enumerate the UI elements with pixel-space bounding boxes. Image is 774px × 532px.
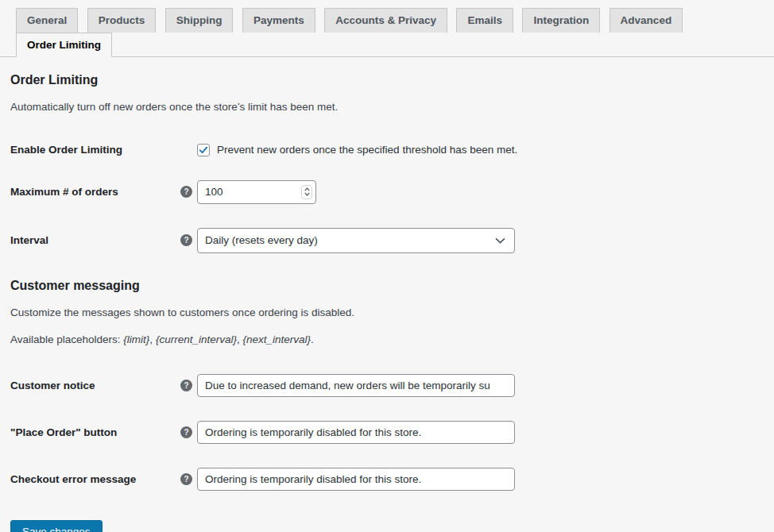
tab-order-limiting[interactable]: Order Limiting xyxy=(16,33,112,58)
checkout-error-input[interactable] xyxy=(197,468,515,491)
chevron-down-icon xyxy=(304,192,310,196)
chevron-up-icon xyxy=(304,187,310,191)
checkmark-icon xyxy=(199,145,208,155)
tab-shipping[interactable]: Shipping xyxy=(165,8,234,33)
place-order-button-input[interactable] xyxy=(197,421,515,444)
interval-row: Interval ? Daily (resets every day) xyxy=(10,228,764,253)
interval-label: Interval xyxy=(10,234,180,246)
help-icon[interactable]: ? xyxy=(180,186,192,198)
customer-notice-row: Customer notice ? xyxy=(10,374,764,397)
customer-messaging-section-title: Customer messaging xyxy=(10,279,764,293)
customer-notice-input[interactable] xyxy=(197,374,515,397)
checkout-error-label: Checkout error message xyxy=(10,473,180,485)
placeholder-limit: {limit} xyxy=(123,333,149,345)
customer-messaging-description: Customize the messages shown to customer… xyxy=(10,305,764,321)
enable-order-limiting-checkbox-label[interactable]: Prevent new orders once the specified th… xyxy=(217,144,517,156)
settings-content: Order Limiting Automatically turn off ne… xyxy=(0,73,774,532)
enable-order-limiting-checkbox[interactable] xyxy=(197,144,210,156)
placeholder-current-interval: {current_interval} xyxy=(156,333,237,345)
placeholders-prefix: Available placeholders: xyxy=(10,333,123,345)
tab-general[interactable]: General xyxy=(16,8,78,33)
place-order-button-row: "Place Order" button ? xyxy=(10,421,764,444)
placeholder-next-interval: {next_interval} xyxy=(242,333,311,345)
tab-advanced[interactable]: Advanced xyxy=(610,8,683,33)
tab-products[interactable]: Products xyxy=(87,8,157,33)
tab-emails[interactable]: Emails xyxy=(456,8,513,33)
enable-order-limiting-label: Enable Order Limiting xyxy=(10,144,180,156)
order-limiting-description: Automatically turn off new orders once t… xyxy=(10,99,764,115)
max-orders-input[interactable] xyxy=(197,180,316,204)
interval-select[interactable]: Daily (resets every day) xyxy=(197,228,515,253)
placeholders-note: Available placeholders: {limit}, {curren… xyxy=(10,332,764,348)
tab-integration[interactable]: Integration xyxy=(522,8,600,33)
placeholders-suffix: . xyxy=(311,333,314,345)
order-limiting-section-title: Order Limiting xyxy=(10,73,764,87)
help-icon[interactable]: ? xyxy=(180,473,192,485)
help-icon[interactable]: ? xyxy=(180,380,192,391)
number-stepper[interactable] xyxy=(301,185,312,199)
settings-tabs: General Products Shipping Payments Accou… xyxy=(0,0,774,57)
tab-accounts-privacy[interactable]: Accounts & Privacy xyxy=(324,8,447,33)
placeholder-separator: , xyxy=(149,333,156,345)
max-orders-label: Maximum # of orders xyxy=(10,186,180,198)
save-changes-button[interactable]: Save changes xyxy=(10,520,103,532)
checkout-error-row: Checkout error message ? xyxy=(10,468,764,491)
enable-order-limiting-row: Enable Order Limiting Prevent new orders… xyxy=(10,144,764,156)
place-order-button-label: "Place Order" button xyxy=(10,426,180,438)
help-icon[interactable]: ? xyxy=(180,426,192,438)
help-icon[interactable]: ? xyxy=(180,234,192,246)
customer-notice-label: Customer notice xyxy=(10,380,180,391)
tab-payments[interactable]: Payments xyxy=(242,8,315,33)
max-orders-row: Maximum # of orders ? xyxy=(10,180,764,204)
